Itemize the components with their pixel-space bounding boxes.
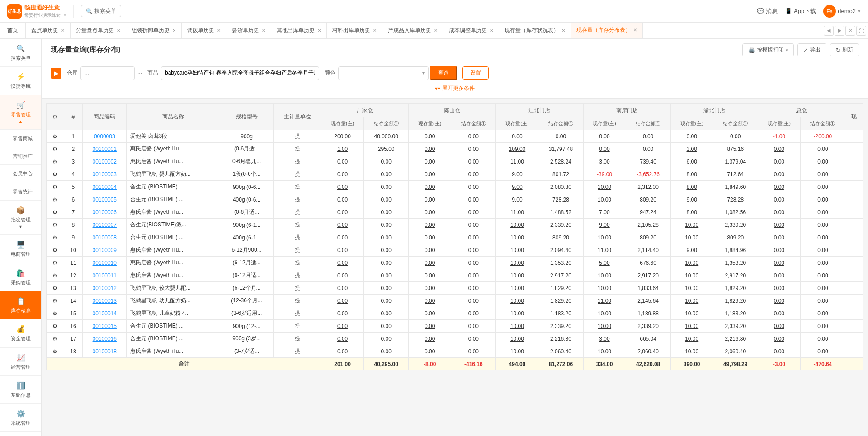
row-jb-stock[interactable]: 10.00 (496, 295, 538, 307)
tab-home[interactable]: 首页 (0, 23, 26, 39)
tab-stock-distribution[interactable]: 现存量（库存分布表） ✕ (571, 23, 643, 39)
row-gear[interactable]: ⚙ (47, 155, 64, 168)
row-jb-stock[interactable]: 10.00 (496, 219, 538, 231)
close-icon[interactable]: ✕ (373, 28, 377, 33)
next-tab-button[interactable]: ▶ (835, 26, 844, 36)
row-tot-stock[interactable]: 0.00 (758, 168, 800, 181)
row-code[interactable]: 00100014 (83, 307, 127, 320)
row-na-stock[interactable]: 10.00 (583, 269, 626, 282)
close-icon[interactable]: ✕ (633, 28, 637, 33)
tab-order[interactable]: 要货单历史 ✕ (226, 23, 271, 39)
row-chen-stock[interactable]: 0.00 (409, 206, 451, 219)
row-fac-stock[interactable]: 0.00 (321, 295, 364, 307)
tab-inventory-count[interactable]: 盘点单历史 ✕ (26, 23, 71, 39)
sidebar-item-finance[interactable]: 💰 资金管理 (0, 319, 41, 347)
close-icon[interactable]: ✕ (262, 28, 265, 33)
tab-stock-status[interactable]: 现存量（库存状况表） ✕ (499, 23, 571, 39)
tab-material-out[interactable]: 材料出库单历史 ✕ (327, 23, 382, 39)
tab-assembly[interactable]: 组装拆卸单历史 ✕ (126, 23, 182, 39)
row-gear[interactable]: ⚙ (47, 295, 64, 307)
row-yb-stock[interactable]: 6.00 (670, 155, 713, 168)
sidebar-item-operations[interactable]: 📈 经营管理 (0, 348, 41, 376)
row-code[interactable]: 00100001 (83, 143, 127, 155)
row-na-stock[interactable]: 7.00 (583, 206, 626, 219)
row-chen-stock[interactable]: 0.00 (409, 345, 451, 358)
warehouse-input[interactable] (80, 66, 135, 80)
sidebar-item-member[interactable]: 会员中心 (0, 165, 41, 183)
row-yb-stock[interactable]: 8.00 (670, 206, 713, 219)
row-tot-stock[interactable]: 0.00 (758, 257, 800, 269)
row-na-stock[interactable]: 0.00 (583, 130, 626, 143)
search-bar[interactable]: 🔍 搜索英单 (81, 5, 121, 17)
row-tot-stock[interactable]: 0.00 (758, 193, 800, 206)
row-chen-stock[interactable]: 0.00 (409, 295, 451, 307)
col-gear[interactable]: ⚙ (47, 104, 64, 130)
row-yb-stock[interactable]: 8.00 (670, 168, 713, 181)
row-gear[interactable]: ⚙ (47, 282, 64, 295)
row-yb-stock[interactable]: 10.00 (670, 295, 713, 307)
row-code[interactable]: 00100018 (83, 345, 127, 358)
row-yb-stock[interactable]: 8.00 (670, 181, 713, 193)
row-fac-stock[interactable]: 0.00 (321, 244, 364, 257)
row-fac-stock[interactable]: 0.00 (321, 219, 364, 231)
row-chen-stock[interactable]: 0.00 (409, 155, 451, 168)
row-gear[interactable]: ⚙ (47, 193, 64, 206)
settings-button[interactable]: 设置 (462, 66, 489, 80)
row-na-stock[interactable]: 9.00 (583, 219, 626, 231)
app-download-button[interactable]: 📱 App下载 (785, 7, 816, 15)
sidebar-item-nav[interactable]: ⚡ 快捷导航 (0, 67, 41, 95)
row-chen-stock[interactable]: 0.00 (409, 320, 451, 333)
row-jb-stock[interactable]: 10.00 (496, 269, 538, 282)
row-tot-stock[interactable]: 0.00 (758, 143, 800, 155)
row-jb-stock[interactable]: 10.00 (496, 231, 538, 244)
tab-transfer[interactable]: 调拨单历史 ✕ (182, 23, 226, 39)
row-tot-stock[interactable]: 0.00 (758, 295, 800, 307)
close-icon[interactable]: ✕ (434, 28, 438, 33)
color-input[interactable] (338, 66, 429, 80)
maximize-button[interactable]: ⛶ (856, 26, 866, 36)
row-yb-stock[interactable]: 3.00 (670, 143, 713, 155)
row-code[interactable]: 00100010 (83, 257, 127, 269)
row-gear[interactable]: ⚙ (47, 307, 64, 320)
close-icon[interactable]: ✕ (217, 28, 221, 33)
row-na-stock[interactable]: 5.00 (583, 257, 626, 269)
row-fac-stock[interactable]: 1.00 (321, 143, 364, 155)
row-gear[interactable]: ⚙ (47, 181, 64, 193)
row-jb-stock[interactable]: 10.00 (496, 244, 538, 257)
row-yb-stock[interactable]: 10.00 (670, 219, 713, 231)
row-jb-stock[interactable]: 10.00 (496, 257, 538, 269)
close-icon[interactable]: ✕ (490, 28, 493, 33)
row-fac-stock[interactable]: 0.00 (321, 333, 364, 345)
sidebar-item-basics[interactable]: ℹ️ 基础信息 (0, 376, 41, 404)
row-chen-stock[interactable]: 0.00 (409, 307, 451, 320)
row-jb-stock[interactable]: 10.00 (496, 333, 538, 345)
row-na-stock[interactable]: 10.00 (583, 307, 626, 320)
row-gear[interactable]: ⚙ (47, 345, 64, 358)
row-fac-stock[interactable]: 0.00 (321, 181, 364, 193)
close-icon[interactable]: ✕ (561, 28, 565, 33)
row-jb-stock[interactable]: 0.00 (496, 130, 538, 143)
sidebar-item-search[interactable]: 🔍 搜索英单 (0, 39, 41, 67)
row-code[interactable]: 00100016 (83, 333, 127, 345)
sidebar-item-collab[interactable]: 🤝 企业协同 (0, 432, 41, 436)
row-na-stock[interactable]: -39.00 (583, 168, 626, 181)
row-na-stock[interactable]: 10.00 (583, 231, 626, 244)
row-code[interactable]: 00100011 (83, 269, 127, 282)
row-code[interactable]: 00100006 (83, 206, 127, 219)
row-code[interactable]: 0000003 (83, 130, 127, 143)
row-na-stock[interactable]: 10.00 (583, 193, 626, 206)
row-yb-stock[interactable]: 10.00 (670, 257, 713, 269)
row-gear[interactable]: ⚙ (47, 219, 64, 231)
close-icon[interactable]: ✕ (61, 28, 65, 33)
query-button[interactable]: 查询 (430, 66, 457, 80)
row-gear[interactable]: ⚙ (47, 143, 64, 155)
row-jb-stock[interactable]: 9.00 (496, 181, 538, 193)
sidebar-item-system[interactable]: ⚙️ 系统管理 (0, 404, 41, 432)
row-gear[interactable]: ⚙ (47, 231, 64, 244)
row-tot-stock[interactable]: 0.00 (758, 231, 800, 244)
row-yb-stock[interactable]: 9.00 (670, 244, 713, 257)
row-chen-stock[interactable]: 0.00 (409, 244, 451, 257)
row-code[interactable]: 00100009 (83, 244, 127, 257)
row-yb-stock[interactable]: 10.00 (670, 320, 713, 333)
row-code[interactable]: 00100003 (83, 168, 127, 181)
